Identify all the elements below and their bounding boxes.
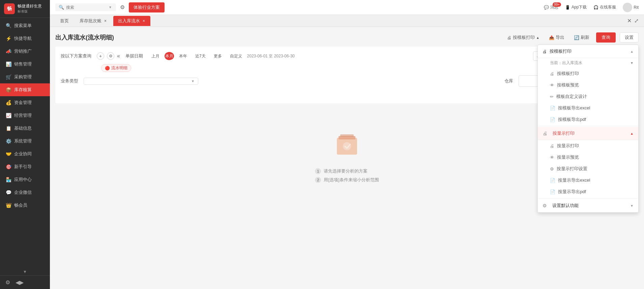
sidebar-item-member[interactable]: 👑 畅会员 — [0, 199, 50, 212]
template-print-item[interactable]: 🖨 按模板打印 — [538, 68, 638, 79]
marketing-icon: 📣 — [5, 48, 11, 54]
business-type-arrow: ▼ — [191, 79, 195, 83]
app-info: 畅捷通好生意 标准版 — [18, 4, 42, 14]
app-download-button[interactable]: 📱 App下载 — [565, 4, 587, 10]
display-pdf-item[interactable]: 📄 按显示导出pdf — [538, 186, 638, 198]
app-download-icon: 📱 — [565, 5, 570, 10]
sidebar-item-wechat[interactable]: 💬 企业微信 — [0, 186, 50, 199]
sidebar-item-enterprise[interactable]: 🤝 企业协同 — [0, 148, 50, 160]
template-excel-item[interactable]: 📄 按模板导出excel — [538, 102, 638, 114]
collapse-sidebar-icon[interactable]: ◀▶ — [16, 279, 24, 286]
default-settings-section-header[interactable]: ⚙ 设置默认功能 ▼ — [538, 199, 638, 212]
message-icon: 💬 — [544, 5, 549, 10]
current-year-btn[interactable]: 本年 — [176, 52, 190, 60]
display-pdf-label: 按显示导出pdf — [558, 189, 586, 195]
filter-gear-button[interactable]: ⚙ — [107, 52, 114, 60]
template-preview-item[interactable]: 👁 按模板预览 — [538, 79, 638, 91]
sidebar-item-operations[interactable]: 📈 经营管理 — [0, 109, 50, 122]
window-expand-button[interactable]: ⤢ — [634, 18, 639, 24]
template-pdf-item[interactable]: 📄 按模板导出pdf — [538, 114, 638, 125]
display-excel-label: 按显示导出excel — [558, 177, 590, 183]
prev-month-btn[interactable]: 上月 — [148, 52, 163, 60]
last-7days-btn[interactable]: 近7天 — [192, 52, 209, 60]
business-type-field[interactable]: ▼ — [84, 78, 198, 85]
refresh-button[interactable]: 🔄 刷新 — [571, 33, 592, 42]
template-excel-label: 按模板导出excel — [558, 105, 590, 111]
filter-action-buttons: + ⚙ « — [97, 52, 120, 60]
tab-batch[interactable]: 库存批次账 × — [75, 16, 112, 26]
display-section-arrow: ▲ — [630, 132, 634, 135]
sidebar-header: 畅 畅捷通好生意 标准版 — [0, 0, 50, 18]
template-custom-item[interactable]: ✏ 模板自定义设计 — [538, 91, 638, 102]
sidebar-item-search[interactable]: 🔍 搜索菜单 — [0, 19, 50, 32]
sidebar-footer: ⚙ ◀▶ — [0, 275, 50, 289]
custom-date-btn[interactable]: 自定义 — [227, 52, 245, 60]
sidebar-item-quick-nav[interactable]: ⚡ 快捷导航 — [0, 32, 50, 45]
tab-flow[interactable]: 出入库流水 × — [113, 16, 150, 26]
app-center-icon: 🏪 — [5, 177, 11, 183]
template-print-item-icon: 🖨 — [550, 71, 554, 76]
message-button[interactable]: 💬 消息 99+ — [544, 4, 558, 10]
business-type-label: 业务类型 — [61, 78, 78, 84]
template-preview-label: 按模板预览 — [557, 82, 579, 88]
customer-service-button[interactable]: 🎧 在线客服 — [593, 4, 616, 10]
sidebar-item-inventory[interactable]: 📦 库存核算 — [0, 83, 50, 96]
print-button[interactable]: 🖨 按模板打印 ▲ — [504, 33, 542, 42]
divider-1 — [538, 126, 638, 126]
sidebar-item-sales[interactable]: 📊 销售管理 — [0, 58, 50, 71]
current-month-btn[interactable]: 本月 — [165, 52, 174, 60]
more-date-btn[interactable]: 更多 — [211, 52, 225, 60]
message-badge: 99+ — [553, 2, 561, 7]
display-print-item[interactable]: 🖨 按显示打印 — [538, 140, 638, 152]
print-label: 按模板打印 — [513, 34, 535, 41]
industry-solution-button[interactable]: 体验行业方案 — [129, 2, 165, 12]
display-excel-item[interactable]: 📄 按显示导出excel — [538, 175, 638, 186]
sidebar-item-basic[interactable]: 📋 基础信息 — [0, 122, 50, 135]
export-button[interactable]: 📤 导出 — [546, 33, 567, 42]
refresh-icon: 🔄 — [574, 35, 579, 40]
sidebar-item-finance[interactable]: 💰 资金管理 — [0, 96, 50, 109]
display-pdf-icon: 📄 — [550, 189, 555, 194]
tab-home[interactable]: 首页 — [55, 16, 74, 26]
settings-button[interactable]: 设置 — [620, 32, 639, 43]
page-header: 出入库流水(流水明细) 🖨 按模板打印 ▲ 📤 导出 🔄 刷新 查询 设置 — [55, 32, 639, 43]
template-section-arrow: ▲ — [630, 50, 634, 53]
display-print-section-header[interactable]: 🖨 按显示打印 ▲ — [538, 127, 638, 140]
tab-batch-close[interactable]: × — [104, 19, 107, 23]
search-input[interactable] — [66, 5, 107, 10]
window-close-button[interactable]: ✕ — [627, 18, 632, 24]
sidebar-item-system[interactable]: ⚙️ 系统管理 — [0, 135, 50, 148]
settings-footer-icon[interactable]: ⚙ — [5, 279, 10, 286]
sidebar-nav: 🔍 搜索菜单 ⚡ 快捷导航 📣 营销推广 📊 销售管理 🛒 采购管理 📦 库存核… — [0, 18, 50, 268]
template-print-header-left: 🖨 按模板打印 — [543, 48, 572, 54]
template-excel-icon: 📄 — [550, 106, 555, 111]
step-1-text: 请先选择要分析的方案 — [324, 168, 368, 174]
export-label: 导出 — [556, 34, 564, 41]
search-box[interactable]: 🔍 ▼ — [55, 3, 116, 11]
sidebar-item-purchase[interactable]: 🛒 采购管理 — [0, 71, 50, 83]
display-preview-item[interactable]: 👁 按显示预览 — [538, 152, 638, 163]
page-title: 出入库流水(流水明细) — [55, 33, 114, 42]
empty-steps: 1 请先选择要分析的方案 2 用[选项]条件来缩小分析范围 — [315, 168, 379, 183]
sidebar-item-guide[interactable]: 🎯 新手引导 — [0, 160, 50, 173]
export-icon: 📤 — [549, 35, 554, 40]
filter-add-button[interactable]: + — [97, 52, 104, 60]
template-print-section-header[interactable]: 🖨 按模板打印 ▲ — [538, 45, 638, 58]
current-template-label: 当前：出入库流水 — [550, 60, 582, 66]
scroll-down-indicator: ▼ — [0, 268, 50, 275]
filter-collapse-button[interactable]: « — [117, 53, 120, 59]
query-button[interactable]: 查询 — [596, 32, 616, 43]
display-settings-item[interactable]: ⚙ 按显示打印设置 — [538, 163, 638, 175]
warehouse-label: 仓库 — [504, 78, 513, 84]
default-settings-icon: ⚙ — [543, 203, 547, 208]
scroll-down-button[interactable]: ▼ — [23, 269, 27, 274]
settings-gear-icon[interactable]: ⚙ — [120, 4, 125, 10]
tab-flow-close[interactable]: × — [142, 19, 146, 23]
app-title: 畅捷通好生意 — [18, 4, 42, 9]
sidebar-item-app-center[interactable]: 🏪 应用中心 — [0, 173, 50, 186]
search-icon: 🔍 — [59, 5, 64, 10]
tab-bar: 首页 库存批次账 × 出入库流水 × ✕ ⤢ — [50, 15, 644, 27]
print-dropdown-panel: 🖨 按模板打印 ▲ 当前：出入库流水 ▼ 🖨 按模板打印 👁 — [537, 45, 639, 213]
user-account[interactable]: Rit — [623, 3, 639, 12]
sidebar-item-marketing[interactable]: 📣 营销推广 — [0, 45, 50, 58]
